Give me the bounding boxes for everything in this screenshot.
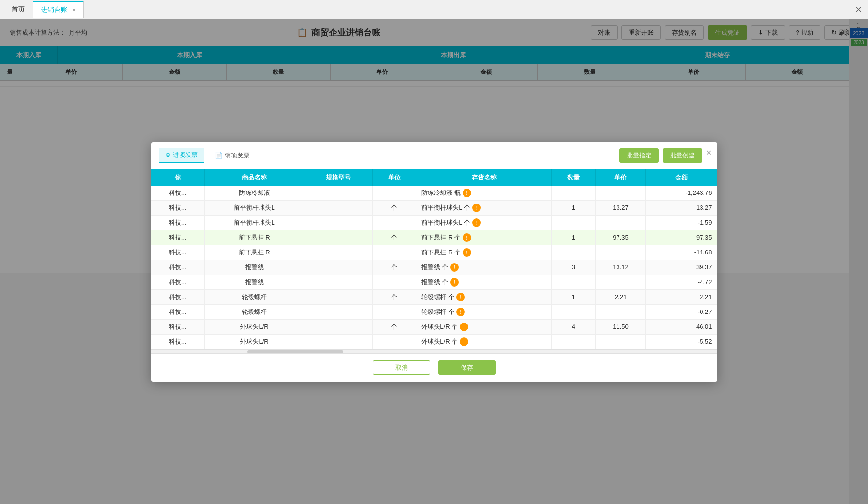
cell-row5-col3: 个 xyxy=(372,260,416,275)
inventory-name-row7: 轮毂螺杆 个 xyxy=(421,293,454,301)
cell-row1-col3: 个 xyxy=(372,200,416,215)
cell-row3-col3: 个 xyxy=(372,230,416,245)
cell-row0-col7: -1,243.76 xyxy=(646,186,717,201)
tab-active[interactable]: 进销台账 × xyxy=(33,1,84,18)
inventory-name-row4: 前下悬挂 R 个 xyxy=(421,248,461,257)
th-amount: 金额 xyxy=(646,169,717,186)
warning-icon-row2[interactable]: ! xyxy=(472,218,481,227)
tab-incoming-invoice[interactable]: ⊕ 进项发票 xyxy=(159,148,204,163)
cell-row1-col4[interactable]: 前平衡杆球头L 个! xyxy=(416,200,552,215)
cell-row5-col5: 3 xyxy=(552,260,596,275)
cell-row6-col5 xyxy=(552,275,596,289)
cell-row3-col6: 97.35 xyxy=(595,230,645,245)
cell-row3-col1: 前下悬挂 R xyxy=(204,230,304,245)
cell-row4-col2 xyxy=(304,245,372,260)
cell-row10-col7: -5.52 xyxy=(646,334,717,349)
inventory-name-row9: 外球头L/R 个 xyxy=(421,323,458,331)
cell-row4-col4[interactable]: 前下悬挂 R 个! xyxy=(416,245,552,260)
tab-bar: 首页 进销台账 × ✕ xyxy=(0,0,868,19)
modal-dialog: ⊕ 进项发票 📄 销项发票 批量指定 批量创建 × xyxy=(151,142,717,382)
cell-row3-col5: 1 xyxy=(552,230,596,245)
cell-row10-col6 xyxy=(595,334,645,349)
table-row: 科技...前下悬挂 R前下悬挂 R 个!-11.68 xyxy=(151,245,717,260)
cell-row1-col5: 1 xyxy=(552,200,596,215)
cell-row8-col6 xyxy=(595,304,645,319)
cell-row5-col0: 科技... xyxy=(151,260,205,275)
th-product-name: 商品名称 xyxy=(204,169,304,186)
modal-header-actions: 批量指定 批量创建 xyxy=(619,148,710,163)
warning-icon-row4[interactable]: ! xyxy=(463,248,471,257)
cell-row8-col4[interactable]: 轮毂螺杆 个! xyxy=(416,304,552,319)
table-row: 科技...报警线个报警线 个!313.1239.37 xyxy=(151,260,717,275)
scrollbar-thumb[interactable] xyxy=(247,350,343,353)
th-col1: 你 xyxy=(151,169,205,186)
cell-row9-col0: 科技... xyxy=(151,319,205,334)
cell-row7-col1: 轮毂螺杆 xyxy=(204,289,304,304)
tab-home[interactable]: 首页 xyxy=(4,1,33,18)
cell-row6-col4[interactable]: 报警线 个! xyxy=(416,275,552,289)
invoice-table: 你 商品名称 规格型号 单位 存货名称 数量 单价 金额 科技...防冻冷却液防… xyxy=(151,169,717,349)
th-price: 单价 xyxy=(595,169,645,186)
cell-row9-col2 xyxy=(304,319,372,334)
inventory-name-row0: 防冻冷却液 瓶 xyxy=(421,189,461,197)
cell-row0-col4[interactable]: 防冻冷却液 瓶! xyxy=(416,186,552,201)
batch-assign-button[interactable]: 批量指定 xyxy=(619,148,659,163)
cell-row6-col3 xyxy=(372,275,416,289)
cell-row4-col7: -11.68 xyxy=(646,245,717,260)
cell-row1-col6: 13.27 xyxy=(595,200,645,215)
cell-row8-col0: 科技... xyxy=(151,304,205,319)
save-button[interactable]: 保存 xyxy=(438,360,496,375)
warning-icon-row6[interactable]: ! xyxy=(450,278,459,287)
cell-row10-col0: 科技... xyxy=(151,334,205,349)
cell-row2-col4[interactable]: 前平衡杆球头L 个! xyxy=(416,215,552,230)
cell-row6-col2 xyxy=(304,275,372,289)
cell-row7-col6: 2.21 xyxy=(595,289,645,304)
warning-icon-row3[interactable]: ! xyxy=(463,233,471,242)
tab-outgoing-invoice[interactable]: 📄 销项发票 xyxy=(208,148,256,163)
incoming-icon: ⊕ xyxy=(166,151,171,158)
warning-icon-row9[interactable]: ! xyxy=(460,323,468,331)
window-close-button[interactable]: ✕ xyxy=(855,4,862,15)
table-scrollbar[interactable] xyxy=(151,349,717,353)
warning-icon-row1[interactable]: ! xyxy=(472,204,481,212)
inventory-name-row3: 前下悬挂 R 个 xyxy=(421,233,461,242)
warning-icon-row8[interactable]: ! xyxy=(456,308,465,316)
cell-row10-col3 xyxy=(372,334,416,349)
modal-header: ⊕ 进项发票 📄 销项发票 批量指定 批量创建 × xyxy=(151,142,717,169)
cell-row9-col7: 46.01 xyxy=(646,319,717,334)
modal-close-button[interactable]: × xyxy=(706,148,712,158)
cell-row0-col5 xyxy=(552,186,596,201)
cell-row10-col1: 外球头L/R xyxy=(204,334,304,349)
tab-close-icon[interactable]: × xyxy=(72,7,76,13)
cell-row9-col4[interactable]: 外球头L/R 个! xyxy=(416,319,552,334)
cell-row3-col2 xyxy=(304,230,372,245)
cell-row5-col4[interactable]: 报警线 个! xyxy=(416,260,552,275)
cell-row1-col0: 科技... xyxy=(151,200,205,215)
warning-icon-row5[interactable]: ! xyxy=(450,263,459,272)
cell-row2-col1: 前平衡杆球头L xyxy=(204,215,304,230)
cell-row3-col4[interactable]: 前下悬挂 R 个! xyxy=(416,230,552,245)
inventory-name-row5: 报警线 个 xyxy=(421,263,448,272)
cell-row10-col4[interactable]: 外球头L/R 个! xyxy=(416,334,552,349)
cell-row0-col2 xyxy=(304,186,372,201)
cell-row8-col5 xyxy=(552,304,596,319)
cancel-button[interactable]: 取消 xyxy=(373,360,430,375)
cell-row3-col0: 科技... xyxy=(151,230,205,245)
cell-row5-col2 xyxy=(304,260,372,275)
cell-row7-col4[interactable]: 轮毂螺杆 个! xyxy=(416,289,552,304)
warning-icon-row7[interactable]: ! xyxy=(456,293,465,301)
tab-active-label: 进销台账 xyxy=(41,6,68,14)
th-quantity: 数量 xyxy=(552,169,596,186)
batch-create-button[interactable]: 批量创建 xyxy=(663,148,702,163)
cell-row4-col1: 前下悬挂 R xyxy=(204,245,304,260)
warning-icon-row10[interactable]: ! xyxy=(460,337,468,346)
cell-row1-col7: 13.27 xyxy=(646,200,717,215)
main-content: 销售成本计算方法： 月平均 📋 商贸企业进销台账 对账 重新开账 存货别名 生成… xyxy=(0,19,868,504)
cell-row9-col5: 4 xyxy=(552,319,596,334)
warning-icon-row0[interactable]: ! xyxy=(463,189,471,197)
cell-row6-col1: 报警线 xyxy=(204,275,304,289)
cell-row5-col6: 13.12 xyxy=(595,260,645,275)
cell-row9-col1: 外球头L/R xyxy=(204,319,304,334)
th-unit: 单位 xyxy=(372,169,416,186)
cell-row8-col1: 轮毂螺杆 xyxy=(204,304,304,319)
